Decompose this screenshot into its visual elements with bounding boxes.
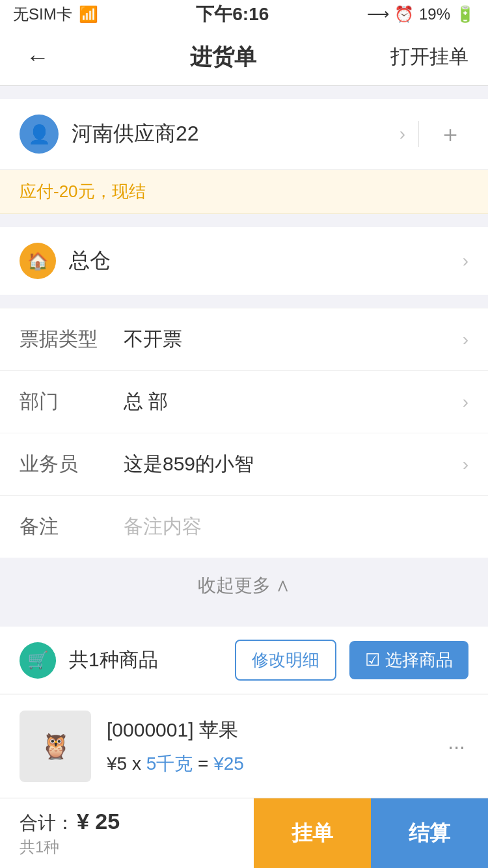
status-bar-right: ⟶ ⏰ 19% 🔋 <box>367 5 475 23</box>
bag-icon: 🛒 <box>27 650 48 670</box>
invoice-label: 票据类型 <box>20 326 111 353</box>
nav-bar: ← 进货单 打开挂单 <box>0 29 488 86</box>
gap-2 <box>0 214 488 227</box>
dept-value: 总 部 <box>111 388 463 415</box>
location-icon: ⟶ <box>367 5 389 23</box>
dept-label: 部门 <box>20 388 111 415</box>
chevron-right-icon-5: › <box>463 454 468 475</box>
chevron-right-icon-4: › <box>463 392 468 413</box>
warehouse-card[interactable]: 🏠 总仓 › <box>0 227 488 295</box>
supplier-row-actions: › ＋ <box>400 115 468 154</box>
invoice-row[interactable]: 票据类型 不开票 › <box>0 308 488 370</box>
total-amount: ¥ 25 <box>77 809 120 834</box>
status-bar-left: 无SIM卡 📶 <box>13 4 98 25</box>
vertical-divider <box>418 121 419 147</box>
collapse-label: 收起更多 ∧ <box>198 573 291 598</box>
bottom-total: 合计： ¥ 25 共1种 <box>0 798 254 868</box>
remark-label: 备注 <box>20 513 111 540</box>
open-pending-button[interactable]: 打开挂单 <box>390 44 468 70</box>
remark-input[interactable]: 备注内容 <box>111 513 468 540</box>
products-section: 🛒 共1种商品 修改明细 ☑ 选择商品 🦉 [0000001] 苹果 ¥5 x … <box>0 627 488 798</box>
select-product-icon: ☑ <box>365 650 380 670</box>
checkout-button[interactable]: 结算 <box>371 798 488 868</box>
product-item: 🦉 [0000001] 苹果 ¥5 x 5千克 = ¥25 ··· <box>0 694 488 798</box>
total-price: ¥25 <box>213 753 244 774</box>
battery-icon: 🔋 <box>455 5 475 23</box>
owl-icon: 🦉 <box>40 732 71 761</box>
warehouse-icon: 🏠 <box>20 243 56 279</box>
carrier-text: 无SIM卡 <box>13 4 72 25</box>
bottom-bar: 合计： ¥ 25 共1种 挂单 结算 <box>0 798 488 868</box>
total-sub: 共1种 <box>20 837 234 858</box>
salesperson-value: 这是859的小智 <box>111 451 463 478</box>
wifi-icon: 📶 <box>79 5 98 23</box>
quantity: 5千克 <box>146 753 193 774</box>
equals: = <box>193 753 213 774</box>
person-icon: 👤 <box>28 124 51 145</box>
collapse-button[interactable]: 收起更多 ∧ <box>0 558 488 614</box>
battery-text: 19% <box>419 5 450 23</box>
status-bar: 无SIM卡 📶 下午6:16 ⟶ ⏰ 19% 🔋 <box>0 0 488 29</box>
product-name: [0000001] 苹果 <box>107 717 429 744</box>
supplier-card: 👤 河南供应商22 › ＋ 应付-20元，现结 <box>0 99 488 214</box>
chevron-right-icon-2: › <box>463 251 468 271</box>
back-button[interactable]: ← <box>20 37 56 77</box>
alarm-icon: ⏰ <box>394 5 414 23</box>
select-product-button[interactable]: ☑ 选择商品 <box>349 641 468 679</box>
products-count: 共1种商品 <box>69 647 222 673</box>
hang-order-button[interactable]: 挂单 <box>254 798 371 868</box>
status-bar-time: 下午6:16 <box>196 2 269 27</box>
product-price-row: ¥5 x 5千克 = ¥25 <box>107 752 429 776</box>
chevron-right-icon-3: › <box>463 329 468 350</box>
remark-row[interactable]: 备注 备注内容 <box>0 495 488 558</box>
products-header: 🛒 共1种商品 修改明细 ☑ 选择商品 <box>0 627 488 694</box>
add-supplier-button[interactable]: ＋ <box>432 115 468 154</box>
unit-price: ¥5 x <box>107 753 146 774</box>
products-icon: 🛒 <box>20 642 56 679</box>
chevron-right-icon: › <box>400 124 405 144</box>
gap-1 <box>0 86 488 99</box>
supplier-row[interactable]: 👤 河南供应商22 › ＋ <box>0 99 488 170</box>
gap-3 <box>0 295 488 308</box>
total-label: 合计： <box>20 811 74 835</box>
select-product-label: 选择商品 <box>385 649 453 671</box>
product-more-button[interactable]: ··· <box>444 731 468 762</box>
product-thumbnail: 🦉 <box>20 711 91 782</box>
gap-4 <box>0 614 488 627</box>
product-info: [0000001] 苹果 ¥5 x 5千克 = ¥25 <box>107 717 429 776</box>
invoice-value: 不开票 <box>111 326 463 353</box>
supplier-alert: 应付-20元，现结 <box>0 170 488 214</box>
supplier-avatar: 👤 <box>20 115 59 154</box>
form-card: 票据类型 不开票 › 部门 总 部 › 业务员 这是859的小智 › 备注 备注… <box>0 308 488 558</box>
dept-row[interactable]: 部门 总 部 › <box>0 370 488 433</box>
page-title: 进货单 <box>190 42 256 72</box>
salesperson-label: 业务员 <box>20 451 111 478</box>
edit-detail-button[interactable]: 修改明细 <box>235 640 336 681</box>
supplier-name: 河南供应商22 <box>72 120 400 148</box>
warehouse-row[interactable]: 🏠 总仓 › <box>0 227 488 295</box>
salesperson-row[interactable]: 业务员 这是859的小智 › <box>0 433 488 495</box>
product-id: [0000001] <box>107 719 199 740</box>
warehouse-name: 总仓 <box>69 247 463 275</box>
